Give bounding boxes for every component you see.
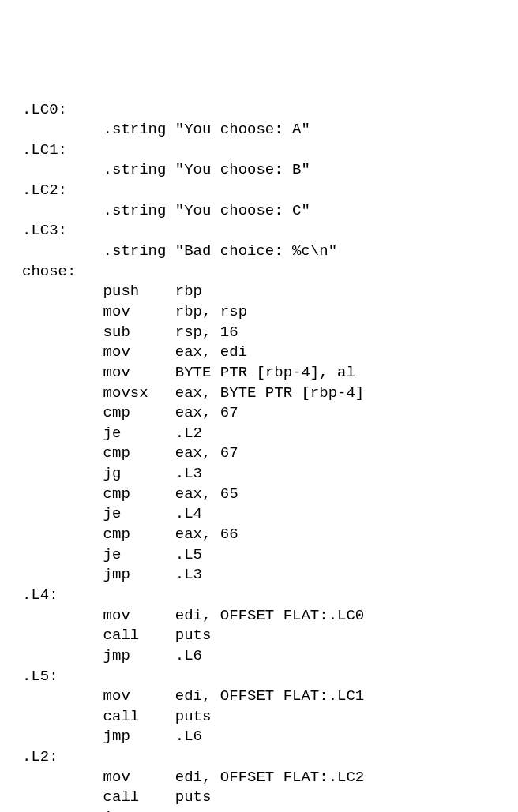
code-line: movBYTE PTR [rbp-4], al: [22, 363, 496, 384]
asm-label: .LC1:: [22, 140, 103, 161]
asm-mnemonic: je: [103, 545, 175, 566]
code-line: cmpeax, 67: [22, 403, 496, 424]
asm-mnemonic: .string: [103, 160, 175, 181]
asm-mnemonic: mov: [103, 606, 175, 627]
code-line: pushrbp: [22, 282, 496, 302]
asm-operands: eax, 65: [175, 485, 238, 503]
code-line: callputs: [22, 707, 496, 728]
asm-operands: .L6: [175, 809, 202, 812]
asm-label: .LC3:: [22, 221, 103, 241]
asm-operands: puts: [175, 708, 212, 725]
asm-mnemonic: .string: [103, 241, 175, 262]
asm-mnemonic: cmp: [103, 443, 175, 464]
code-line: movedi, OFFSET FLAT:.LC2: [22, 768, 496, 788]
code-line: je.L4: [22, 504, 496, 525]
asm-operands: "You choose: A": [175, 121, 310, 138]
code-line: jmp.L6: [22, 808, 496, 812]
asm-mnemonic: je: [103, 424, 175, 444]
asm-mnemonic: cmp: [103, 485, 175, 505]
asm-operands: rbp: [175, 283, 202, 300]
asm-mnemonic: .string: [103, 201, 175, 222]
code-line: .string"You choose: B": [22, 160, 496, 181]
asm-operands: .L6: [175, 647, 202, 664]
asm-operands: .L5: [175, 546, 202, 563]
asm-operands: rsp, 16: [175, 324, 238, 341]
code-line: callputs: [22, 788, 496, 808]
assembly-code-block: .LC0:.string"You choose: A".LC1:.string"…: [22, 100, 496, 812]
asm-mnemonic: jmp: [103, 565, 175, 586]
code-line: jg.L3: [22, 464, 496, 485]
asm-label: .L4:: [22, 586, 103, 606]
asm-mnemonic: mov: [103, 687, 175, 707]
asm-operands: .L2: [175, 425, 202, 442]
asm-mnemonic: movsx: [103, 384, 175, 404]
asm-operands: "You choose: C": [175, 202, 310, 219]
code-line: jmp.L6: [22, 727, 496, 747]
code-line: movedi, OFFSET FLAT:.LC1: [22, 687, 496, 707]
asm-operands: eax, 67: [175, 404, 238, 421]
code-line: je.L2: [22, 424, 496, 444]
asm-label: .LC0:: [22, 100, 103, 121]
code-line: .LC3:: [22, 221, 496, 241]
asm-operands: .L4: [175, 505, 202, 522]
asm-operands: edi, OFFSET FLAT:.LC1: [175, 687, 364, 705]
asm-operands: .L3: [175, 465, 202, 482]
asm-operands: eax, BYTE PTR [rbp-4]: [175, 384, 364, 402]
code-line: moveax, edi: [22, 342, 496, 363]
code-line: jmp.L3: [22, 565, 496, 586]
code-line: jmp.L6: [22, 646, 496, 667]
asm-mnemonic: jmp: [103, 646, 175, 667]
asm-operands: .L3: [175, 566, 202, 583]
code-line: cmpeax, 67: [22, 443, 496, 464]
asm-mnemonic: cmp: [103, 525, 175, 545]
code-line: .LC1:: [22, 140, 496, 161]
code-line: .L4:: [22, 586, 496, 606]
code-line: .string"Bad choice: %c\n": [22, 241, 496, 262]
asm-mnemonic: jmp: [103, 808, 175, 812]
code-line: cmpeax, 65: [22, 485, 496, 505]
asm-operands: puts: [175, 788, 212, 806]
asm-label: .L5:: [22, 667, 103, 687]
code-line: movsxeax, BYTE PTR [rbp-4]: [22, 384, 496, 404]
asm-operands: .L6: [175, 728, 202, 745]
asm-mnemonic: mov: [103, 302, 175, 323]
code-line: subrsp, 16: [22, 323, 496, 343]
asm-operands: eax, 66: [175, 526, 238, 543]
code-line: .L2:: [22, 747, 496, 768]
asm-operands: edi, OFFSET FLAT:.LC0: [175, 607, 364, 624]
code-line: .LC0:: [22, 100, 496, 121]
asm-operands: BYTE PTR [rbp-4], al: [175, 364, 355, 381]
asm-mnemonic: call: [103, 626, 175, 646]
asm-mnemonic: cmp: [103, 403, 175, 424]
asm-mnemonic: jmp: [103, 727, 175, 747]
code-line: .string"You choose: A": [22, 120, 496, 140]
code-line: callputs: [22, 626, 496, 646]
asm-mnemonic: call: [103, 707, 175, 728]
asm-operands: eax, 67: [175, 444, 238, 462]
code-line: je.L5: [22, 545, 496, 566]
asm-mnemonic: call: [103, 788, 175, 808]
code-line: .string"You choose: C": [22, 201, 496, 222]
asm-mnemonic: mov: [103, 363, 175, 384]
asm-operands: "You choose: B": [175, 161, 310, 178]
asm-operands: "Bad choice: %c\n": [175, 242, 337, 260]
asm-label: .L2:: [22, 747, 103, 768]
code-line: .LC2:: [22, 181, 496, 201]
code-line: .L5:: [22, 667, 496, 687]
asm-mnemonic: .string: [103, 120, 175, 140]
asm-mnemonic: jg: [103, 464, 175, 485]
code-line: movedi, OFFSET FLAT:.LC0: [22, 606, 496, 627]
asm-mnemonic: sub: [103, 323, 175, 343]
asm-operands: rbp, rsp: [175, 303, 247, 320]
asm-label: chose:: [22, 262, 103, 283]
asm-mnemonic: mov: [103, 768, 175, 788]
asm-operands: puts: [175, 627, 212, 644]
asm-label: .LC2:: [22, 181, 103, 201]
asm-operands: eax, edi: [175, 343, 247, 361]
asm-mnemonic: mov: [103, 342, 175, 363]
asm-mnemonic: je: [103, 504, 175, 525]
asm-operands: edi, OFFSET FLAT:.LC2: [175, 769, 364, 786]
code-line: chose:: [22, 262, 496, 283]
code-line: movrbp, rsp: [22, 302, 496, 323]
asm-mnemonic: push: [103, 282, 175, 302]
